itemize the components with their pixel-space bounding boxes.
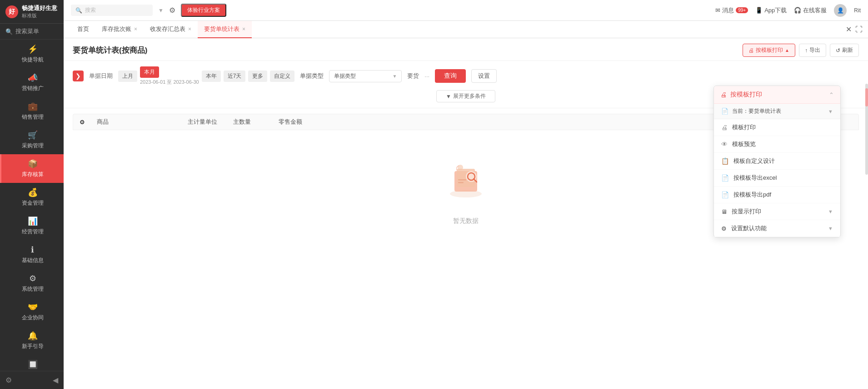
empty-text: 暂无数据 <box>453 217 479 225</box>
dropdown-item-export-excel[interactable]: 📄 按模板导出excel <box>714 170 840 187</box>
service-icon: 🎧 <box>794 7 801 14</box>
user-avatar[interactable]: 👤 <box>834 4 847 17</box>
message-btn[interactable]: ✉ 消息 99+ <box>715 6 748 15</box>
sidebar-item-shortcuts[interactable]: ⚡ 快捷导航 <box>0 40 64 68</box>
close-window-icon[interactable]: ✕ <box>846 25 852 34</box>
type-filter-arrow-icon: ▼ <box>392 74 397 79</box>
sidebar-item-label: 新手引导 <box>22 343 44 350</box>
query-button[interactable]: 查询 <box>435 69 466 83</box>
setting-button[interactable]: 设置 <box>471 69 497 83</box>
date-filter-label: 单据日期 <box>89 72 113 80</box>
export-label: 导出 <box>809 46 820 54</box>
maximize-window-icon[interactable]: ⛶ <box>855 25 863 34</box>
online-service-btn[interactable]: 🎧 在线客服 <box>794 6 827 15</box>
sidebar-item-label: 企业协同 <box>22 314 44 322</box>
content-area: 要货单统计表(按商品) 🖨 按模板打印 ▲ ↑ 导出 ↺ 刷新 <box>64 38 868 389</box>
display-print-arrow-icon: ▼ <box>828 209 833 214</box>
expand-more-btn[interactable]: ▼ 展开更多条件 <box>436 90 495 102</box>
topbar-settings-icon[interactable]: ⚙ <box>169 6 175 15</box>
dropdown-item-display-print[interactable]: 🖥 按显示打印 ▼ <box>714 203 840 220</box>
filter-row: ❯ 单据日期 上月 本月 2023-06-01 至 2023-06-30 本年 … <box>73 66 859 86</box>
filter-toggle-btn[interactable]: ❯ <box>73 71 84 81</box>
export-button[interactable]: ↑ 导出 <box>799 44 826 57</box>
export-excel-icon: 📄 <box>721 174 729 182</box>
set-default-label: 设置默认功能 <box>731 224 767 232</box>
sidebar-search[interactable]: 🔍 搜索菜单 <box>0 24 64 40</box>
type-filter-label: 单据类型 <box>300 72 324 80</box>
topbar-search[interactable]: 🔍 搜索 <box>71 5 153 16</box>
scroll-indicator[interactable] <box>865 84 868 175</box>
tab-receivable-summary[interactable]: 收发存汇总表 × <box>144 21 198 38</box>
sidebar-item-sales[interactable]: 💼 销售管理 <box>0 97 64 126</box>
user-name: Rit <box>854 7 861 14</box>
sidebar-item-label: 销售管理 <box>22 113 44 121</box>
sidebar-item-purchase[interactable]: 🛒 采购管理 <box>0 126 64 154</box>
dropdown-close-icon[interactable]: ⌃ <box>829 91 834 98</box>
tab-close-inventory-batch[interactable]: × <box>134 26 137 32</box>
export-icon: ↑ <box>805 47 808 54</box>
refresh-button[interactable]: ↺ 刷新 <box>830 44 859 57</box>
tab-home[interactable]: 首页 <box>71 21 95 38</box>
sidebar-settings-icon[interactable]: ⚙ <box>5 376 12 384</box>
tab-label: 首页 <box>77 25 89 33</box>
print-arrow-icon: ▲ <box>785 48 789 53</box>
tab-window-controls: ✕ ⛶ <box>846 25 863 34</box>
dropdown-item-template-preview[interactable]: 👁 模板预览 <box>714 136 840 153</box>
tab-close-receivable-summary[interactable]: × <box>188 26 191 32</box>
tab-order-stats[interactable]: 要货单统计表 × <box>198 21 252 38</box>
sidebar-item-system[interactable]: ⚙ 系统管理 <box>0 269 64 298</box>
dropdown-current-item[interactable]: 📄 当前：要货单统计表 ▼ <box>714 104 840 119</box>
refresh-label: 刷新 <box>842 46 853 54</box>
dropdown-item-template-custom[interactable]: 📋 模板自定义设计 <box>714 153 840 170</box>
dropdown-header-label: 按模板打印 <box>730 91 762 99</box>
date-last7days-btn[interactable]: 近7天 <box>224 71 246 82</box>
app-logo: 好 畅捷通好生意 标准版 <box>0 0 64 24</box>
sidebar-item-operation[interactable]: 📊 经营管理 <box>0 212 64 240</box>
brand-name: 畅捷通好生意 <box>22 5 57 12</box>
date-current-month-btn[interactable]: 本月 <box>140 66 159 78</box>
dropdown-header[interactable]: 🖨 按模板打印 ⌃ <box>714 86 840 104</box>
app-download-icon: 📱 <box>755 7 763 14</box>
date-group: 上月 本月 2023-06-01 至 2023-06-30 本年 近7天 更多 … <box>118 66 294 86</box>
operation-icon: 📊 <box>28 216 38 226</box>
sidebar-item-marketing[interactable]: 📣 营销推广 <box>0 68 64 97</box>
template-print-icon: 🖨 <box>721 124 728 131</box>
marketing-icon: 📣 <box>28 73 38 83</box>
sidebar-item-finance[interactable]: 💰 资金管理 <box>0 183 64 212</box>
template-custom-icon: 📋 <box>721 157 729 165</box>
current-item-icon: 📄 <box>721 108 728 115</box>
sidebar-item-label: 资金管理 <box>22 199 44 207</box>
dropdown-item-export-pdf[interactable]: 📄 按模板导出pdf <box>714 187 840 203</box>
date-more-btn[interactable]: 更多 <box>248 71 267 82</box>
system-icon: ⚙ <box>29 273 36 283</box>
finance-icon: 💰 <box>28 187 38 197</box>
tab-label: 收发存汇总表 <box>150 25 185 33</box>
dropdown-item-set-default[interactable]: ⚙ 设置默认功能 ▼ <box>714 220 840 237</box>
tab-close-order-stats[interactable]: × <box>242 26 245 32</box>
date-current-year-btn[interactable]: 本年 <box>202 71 221 82</box>
date-prev-month-btn[interactable]: 上月 <box>118 71 137 82</box>
sidebar-item-collab[interactable]: 🤝 企业协同 <box>0 298 64 326</box>
export-pdf-icon: 📄 <box>721 191 729 198</box>
apps-icon: 🔲 <box>28 359 38 369</box>
topbar-right: ✉ 消息 99+ 📱 App下载 🎧 在线客服 👤 Rit <box>715 4 861 17</box>
tab-inventory-batch[interactable]: 库存批次账 × <box>95 21 144 38</box>
type-filter-placeholder: 单据类型 <box>334 72 356 80</box>
export-pdf-label: 按模板导出pdf <box>733 191 771 199</box>
dropdown-item-template-print[interactable]: 🖨 模板打印 <box>714 119 840 136</box>
settings-icon[interactable]: ⚙ <box>80 119 85 126</box>
online-service-label: 在线客服 <box>803 6 827 15</box>
type-filter-select[interactable]: 单据类型 ▼ <box>329 70 402 82</box>
date-custom-btn[interactable]: 自定义 <box>270 71 294 82</box>
sidebar-item-guide[interactable]: 🔔 新手引导 <box>0 326 64 355</box>
sidebar-item-basic[interactable]: ℹ 基础信息 <box>0 240 64 269</box>
sidebar-item-apps[interactable]: 🔲 应用中心 <box>0 355 64 371</box>
sidebar-item-inventory[interactable]: 📦 库存核算 <box>0 154 64 183</box>
print-template-button[interactable]: 🖨 按模板打印 ▲ <box>743 44 795 57</box>
sidebar: 好 畅捷通好生意 标准版 🔍 搜索菜单 ⚡ 快捷导航 📣 营销推广 💼 销售管理… <box>0 0 64 389</box>
sidebar-bottom: ⚙ ◀ <box>0 371 64 389</box>
current-item-arrow-icon: ▼ <box>828 109 833 114</box>
promo-button[interactable]: 体验行业方案 <box>181 4 226 17</box>
sidebar-collapse-icon[interactable]: ◀ <box>53 376 58 384</box>
app-download-btn[interactable]: 📱 App下载 <box>755 6 787 15</box>
